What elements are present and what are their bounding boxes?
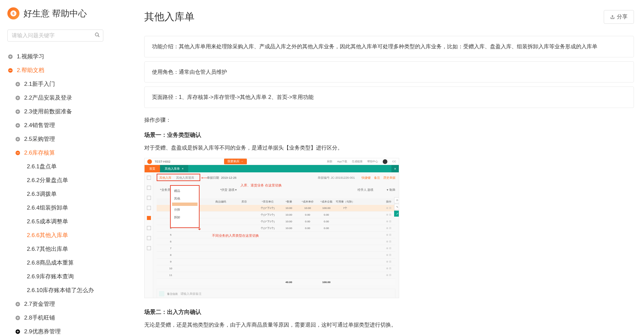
ss-rb-icon: ✎	[394, 204, 399, 210]
nav-label: 2.8手机旺铺	[24, 314, 55, 322]
ss-app-download: App下载	[337, 160, 347, 163]
ss-table-row: 9⊕ ⊟	[157, 259, 395, 265]
nav-2-5[interactable]: 2.5采购管理	[0, 132, 111, 146]
ss-dd-item: 其他	[172, 195, 198, 203]
main-content: 其他入库单 分享 功能介绍：其他入库单用来处理除采购入库、产成品入库之外的其他入…	[111, 0, 644, 335]
ss-total-row: 40.00100.00	[157, 279, 395, 285]
ss-doc-date-label: 单据日期	[207, 176, 219, 180]
nav-label: 2.2产品安装及登录	[24, 94, 72, 102]
intro-label: 功能介绍：	[152, 44, 179, 49]
ss-tab-close-icon: ×	[182, 167, 183, 170]
scene2-title: 场景二：出入方向确认	[144, 308, 634, 316]
search-box	[7, 30, 103, 42]
ss-type-tab-return: 其他入库退库	[176, 176, 194, 180]
ss-nav-icon	[147, 196, 151, 200]
nav-label: 2.9优惠券管理	[24, 328, 61, 335]
ss-arrow-icon: ⟵	[201, 175, 208, 180]
sidebar: 6 好生意 帮助中心 1.视频学习 2.帮助文档 2.1新手入门 2.2产品安装…	[0, 0, 111, 335]
nav-2-6-10[interactable]: 2.6.10库存账本错了怎么办	[0, 283, 111, 297]
scene1-desc: 对于受赠、盘盈或是拆装入库等不同的业务，是通过单据头【业务类型】进行区分。	[144, 144, 634, 152]
nav-label: 2.6库存核算	[24, 149, 55, 157]
nav-2-6-1[interactable]: 2.6.1盘点单	[0, 160, 111, 173]
nav-label: 2.6.1盘点单	[27, 163, 57, 170]
nav-2-6-8[interactable]: 2.6.8商品成本重算	[0, 256, 111, 270]
nav-2-6-2[interactable]: 2.6.2分量盘点单	[0, 173, 111, 187]
ss-memo-label: 备注信息	[167, 292, 178, 296]
scene1-title: 场景一：业务类型确认	[144, 131, 634, 139]
ss-annotation-box-2: 赠品 其他 分拆 拆卸	[170, 185, 200, 228]
nav-2-2[interactable]: 2.2产品安装及登录	[0, 91, 111, 105]
nav-2-8[interactable]: 2.8手机旺铺	[0, 311, 111, 325]
nav-2-4[interactable]: 2.4销售管理	[0, 118, 111, 132]
ss-tab-home: 首页	[145, 165, 160, 172]
nav-2-9[interactable]: 2.9优惠券管理	[0, 325, 111, 335]
share-icon	[610, 15, 615, 19]
ss-buy-button: 我要购买 →	[224, 159, 247, 164]
nav-2-6-4[interactable]: 2.6.4组装拆卸单	[0, 201, 111, 215]
content-section: 操作步骤： 场景一：业务类型确认 对于受赠、盘盈或是拆装入库等不同的业务，是通过…	[144, 117, 634, 335]
nav-label: 2.6.7其他出库单	[27, 245, 68, 253]
nav-label: 2.5采购管理	[24, 135, 55, 143]
ss-nav-icon	[147, 176, 151, 180]
ss-main: 其他入库 其他入库退库 ⟵ 入库、退货业务 在这里切换 单据日期 2019-12…	[153, 172, 399, 298]
search-icon[interactable]	[95, 32, 100, 39]
ss-memo-icon	[159, 291, 164, 296]
ss-nav-icon	[147, 226, 151, 230]
nav-label: 2.帮助文档	[17, 66, 44, 74]
ss-account-name: TEST-H002	[155, 160, 170, 163]
ss-dd-item: 分拆	[172, 206, 198, 214]
path-box: 页面路径：1、库存核算->库存管理->其他入库单 2、首页->常用功能	[144, 87, 634, 108]
nav-label: 2.1新手入门	[24, 80, 55, 88]
nav-2-6-9[interactable]: 2.6.9库存账本查询	[0, 270, 111, 283]
role-label: 使用角色：	[152, 69, 179, 75]
nav-2-1[interactable]: 2.1新手入门	[0, 77, 111, 91]
logo-section: 6 好生意 帮助中心	[0, 7, 111, 30]
ss-memo-area: 备注信息 请输入单据备注	[157, 289, 395, 298]
ss-annotation-box-1: 其他入库 其他入库退库	[157, 174, 200, 181]
share-button[interactable]: 分享	[604, 10, 634, 24]
nav-label: 2.6.2分量盘点单	[27, 176, 68, 184]
nav-label: 2.6.4组装拆卸单	[27, 204, 68, 212]
ss-leftnav	[145, 172, 153, 298]
ss-nav-icon	[147, 206, 151, 210]
embedded-screenshot: TEST-H002 我要购买 → 刷新 App下载 生成链接 帮助中心 CC 首…	[144, 158, 399, 298]
nav-2-6-7[interactable]: 2.6.7其他出库单	[0, 242, 111, 256]
nav-2-6-5[interactable]: 2.6.5成本调整单	[0, 215, 111, 228]
nav-video-learning[interactable]: 1.视频学习	[0, 50, 111, 63]
nav-help-docs[interactable]: 2.帮助文档	[0, 63, 111, 77]
ss-topbar: TEST-H002 我要购买 → 刷新 App下载 生成链接 帮助中心 CC	[145, 158, 399, 165]
ss-username: CC	[392, 160, 396, 163]
page-title: 其他入库单	[144, 10, 195, 24]
ss-dd-item: 赠品	[172, 187, 198, 195]
ss-rb-icon: ⟳	[394, 197, 399, 203]
intro-box: 功能介绍：其他入库单用来处理除采购入库、产成品入库之外的其他入库业务，因此其他入…	[144, 36, 634, 57]
ss-dd-item	[172, 203, 198, 206]
ss-nav-icon	[147, 246, 151, 250]
nav-label: 2.6.3调拨单	[27, 190, 57, 198]
ss-rightbar: ⟳ ✎ ⤢	[394, 197, 399, 217]
role-text: 通常由仓管人员维护	[179, 69, 227, 75]
nav-2-6[interactable]: 2.6库存核算	[0, 146, 111, 160]
ss-dd-item: 拆卸	[172, 214, 198, 221]
ss-top-right: 刷新 App下载 生成链接 帮助中心 CC	[327, 159, 396, 164]
ss-nav-icon	[147, 236, 151, 240]
nav-label: 2.3使用前数据准备	[24, 108, 72, 115]
nav-2-7[interactable]: 2.7资金管理	[0, 297, 111, 311]
ss-gen-link: 生成链接	[352, 160, 363, 163]
path-text: 1、库存核算->库存管理->其他入库单 2、首页->常用功能	[179, 94, 314, 100]
nav-2-6-6[interactable]: 2.6.6其他入库单	[0, 228, 111, 242]
nav-label: 2.6.9库存账本查询	[27, 273, 74, 280]
nav-label: 1.视频学习	[17, 53, 44, 60]
ss-nav-icon	[147, 186, 151, 190]
ss-table-row: 8⊕ ⊟	[157, 252, 395, 259]
nav-2-3[interactable]: 2.3使用前数据准备	[0, 105, 111, 118]
nav-2-6-3[interactable]: 2.6.3调拨单	[0, 187, 111, 201]
ss-doc-number: 单据编号 JC-20191226-001	[318, 176, 355, 180]
ss-tab-active: 其他入库单×	[160, 165, 188, 172]
nav-list: 1.视频学习 2.帮助文档 2.1新手入门 2.2产品安装及登录 2.3使用前数…	[0, 50, 111, 335]
logo-icon: 6	[7, 7, 19, 19]
ss-annotation-text-1: 入库、退货业务 在这里切换	[240, 183, 282, 188]
ss-shortcut: 快捷键	[362, 176, 371, 180]
ss-type-tabs: 其他入库 其他入库退库	[157, 174, 200, 181]
search-input[interactable]	[7, 30, 103, 42]
